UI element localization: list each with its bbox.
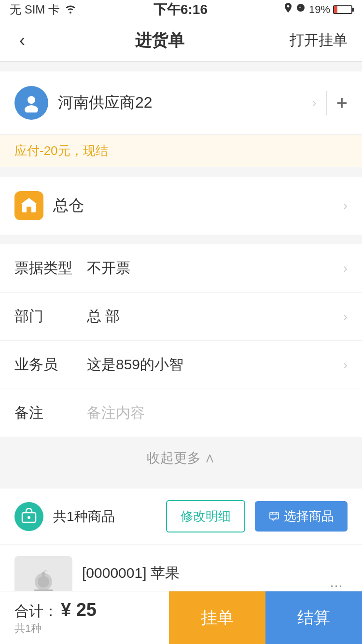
warehouse-name: 总仓 — [53, 195, 343, 216]
edit-details-button[interactable]: 修改明细 — [166, 500, 245, 532]
svg-rect-4 — [27, 207, 31, 212]
total-label: 合计： — [14, 602, 58, 621]
invoice-type-chevron: › — [343, 261, 348, 276]
svg-point-9 — [38, 576, 49, 588]
battery-icon — [333, 5, 352, 14]
svg-point-0 — [28, 96, 35, 104]
form-section: 票据类型 不开票 › 部门 总 部 › 业务员 这是859的小智 › 备注 备注… — [0, 244, 362, 437]
back-button[interactable]: ‹ — [14, 26, 30, 56]
status-left: 无 SIM 卡 — [10, 2, 77, 17]
collapse-button[interactable]: 收起更多 ∧ — [0, 437, 362, 479]
supplier-notice: 应付-20元，现结 — [0, 135, 362, 167]
salesperson-row[interactable]: 业务员 这是859的小智 › — [0, 341, 362, 389]
invoice-type-label: 票据类型 — [14, 258, 82, 278]
gap-4 — [0, 479, 362, 489]
warehouse-icon — [14, 191, 43, 220]
salesperson-value: 这是859的小智 — [82, 355, 343, 375]
status-right: 19% — [284, 3, 352, 16]
add-supplier-button[interactable]: + — [336, 92, 348, 114]
salesperson-chevron: › — [343, 357, 348, 373]
remark-row[interactable]: 备注 备注内容 — [0, 389, 362, 437]
supplier-avatar — [14, 86, 48, 120]
total-amount: ¥ 25 — [61, 600, 97, 620]
invoice-type-value: 不开票 — [82, 258, 343, 278]
remark-input[interactable]: 备注内容 — [82, 403, 348, 423]
svg-point-1 — [25, 105, 38, 112]
department-chevron: › — [343, 309, 348, 324]
supplier-row[interactable]: 河南供应商22 › + — [0, 71, 362, 135]
supplier-name: 河南供应商22 — [58, 92, 312, 113]
gap-2 — [0, 167, 362, 177]
product-name: [0000001] 苹果 — [82, 563, 315, 583]
battery-label: 19% — [309, 3, 330, 16]
select-product-label: 选择商品 — [284, 508, 334, 525]
svg-point-6 — [28, 516, 30, 519]
svg-marker-3 — [21, 198, 37, 204]
open-hang-button[interactable]: 打开挂单 — [290, 30, 348, 50]
svg-point-11 — [42, 572, 45, 576]
department-value: 总 部 — [82, 307, 343, 326]
products-header: 共1种商品 修改明细 选择商品 — [0, 489, 362, 545]
nav-bar: ‹ 进货单 打开挂单 — [0, 19, 362, 62]
warehouse-chevron-icon: › — [343, 198, 348, 213]
wifi-icon — [64, 3, 77, 16]
supplier-section: 河南供应商22 › + 应付-20元，现结 — [0, 71, 362, 167]
network-label: 无 SIM 卡 — [10, 2, 60, 17]
total-count: 共1种 — [14, 621, 154, 636]
svg-rect-7 — [270, 512, 278, 519]
gap-1 — [0, 62, 362, 71]
location-icon — [284, 3, 292, 16]
products-count: 共1种商品 — [53, 507, 156, 526]
hang-button[interactable]: 挂单 — [169, 591, 265, 644]
supplier-chevron-icon: › — [312, 95, 316, 111]
products-icon — [14, 502, 43, 531]
product-code: [0000001] — [82, 565, 146, 581]
salesperson-label: 业务员 — [14, 355, 82, 375]
department-label: 部门 — [14, 307, 82, 326]
alarm-icon — [295, 3, 306, 16]
warehouse-section: 总仓 › — [0, 177, 362, 235]
department-row[interactable]: 部门 总 部 › — [0, 293, 362, 341]
gap-3 — [0, 235, 362, 244]
time-label: 下午6:16 — [153, 0, 208, 19]
warehouse-row[interactable]: 总仓 › — [0, 177, 362, 235]
product-title: 苹果 — [151, 565, 180, 581]
settle-button[interactable]: 结算 — [265, 591, 362, 644]
remark-label: 备注 — [14, 403, 82, 423]
status-bar: 无 SIM 卡 下午6:16 19% — [0, 0, 362, 19]
page-title: 进货单 — [135, 29, 184, 52]
invoice-type-row[interactable]: 票据类型 不开票 › — [0, 244, 362, 293]
total-section: 合计： ¥ 25 共1种 — [0, 600, 169, 636]
select-product-button[interactable]: 选择商品 — [255, 501, 348, 532]
divider — [326, 91, 327, 115]
bottom-bar: 合计： ¥ 25 共1种 挂单 结算 — [0, 591, 362, 644]
